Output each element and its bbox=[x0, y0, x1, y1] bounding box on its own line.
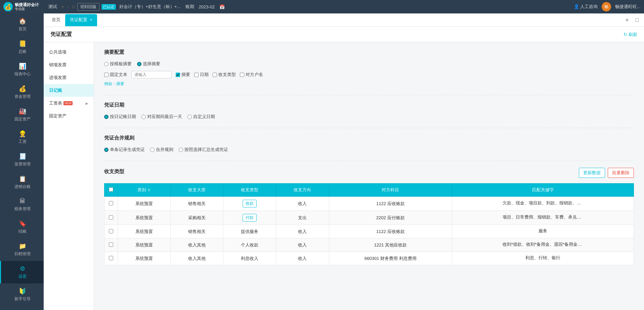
sidebar-item-2[interactable]: 📊报表中心 bbox=[0, 59, 44, 81]
divider-2 bbox=[104, 128, 634, 128]
row-big-class-4: 收入其他 bbox=[171, 252, 223, 265]
checkbox-fixed-text[interactable]: 固定文本 bbox=[104, 72, 127, 78]
sub-nav-item-public[interactable]: 公共选项 bbox=[44, 46, 94, 59]
checkbox-date[interactable]: 日期 bbox=[194, 72, 209, 78]
sidebar-item-12[interactable]: 🔰新手引导 bbox=[0, 283, 44, 306]
tab-voucher-config[interactable]: 凭证配置 × bbox=[65, 14, 97, 26]
radio-journal-date[interactable]: 按日记账日期 bbox=[104, 114, 136, 120]
select-all-checkbox[interactable] bbox=[109, 187, 113, 192]
batch-delete-btn[interactable]: 批量删除 bbox=[608, 168, 634, 178]
status-badge: 已认证 bbox=[101, 4, 116, 10]
version-btn[interactable]: 切到旧版 bbox=[77, 3, 99, 11]
sidebar-label-10: 归档管理 bbox=[14, 251, 31, 257]
checkbox-3[interactable] bbox=[109, 242, 113, 247]
update-data-btn[interactable]: 更新数据 bbox=[579, 168, 605, 178]
th-type: 收支类型 bbox=[223, 184, 276, 197]
row-category-3: 系统预置 bbox=[118, 238, 171, 252]
row-account-2: 1122 应收账款 bbox=[329, 225, 452, 238]
radio-period-last[interactable]: 对应期间最后一天 bbox=[141, 114, 182, 120]
sub-nav-item-purchase[interactable]: 进项发票 bbox=[44, 71, 94, 84]
radio-merge-rules[interactable]: 合并规则 bbox=[150, 147, 173, 153]
sidebar-item-9[interactable]: 🔖结账 bbox=[0, 216, 44, 238]
sidebar-icon-1: 📒 bbox=[19, 40, 26, 47]
sidebar-item-13[interactable]: 👤畅会员 bbox=[0, 306, 44, 310]
main-layout: 🏠首页📒总账📊报表中心💰资金管理🏭固定资产👷工资🧾发票管理📋进销台账🏛税务管理🔖… bbox=[0, 13, 644, 310]
maximize-btn[interactable]: □ bbox=[633, 16, 641, 24]
summary-checkbox-row: 固定文本 摘要 日期 收支类型 bbox=[104, 71, 634, 78]
example-text: 例如：摘要 bbox=[104, 81, 634, 87]
radio-select[interactable]: 选择摘要 bbox=[137, 61, 160, 67]
top-header: 💰 畅捷通好会计 专业版 测试 ▼ + ⚙ 首页 切到旧版 已认证 好会计（专）… bbox=[0, 0, 644, 13]
table-toolbar: 更新数据 批量删除 bbox=[579, 168, 634, 178]
sidebar-item-11[interactable]: ⚙设置 bbox=[0, 261, 44, 283]
type-tag-1[interactable]: 付款 bbox=[243, 214, 257, 222]
sidebar-label-11: 设置 bbox=[18, 274, 27, 279]
sub-nav-item-fixed-assets[interactable]: 固定资产 bbox=[44, 110, 94, 122]
sidebar-item-1[interactable]: 📒总账 bbox=[0, 36, 44, 59]
th-category: 类别 ∨ bbox=[118, 184, 171, 197]
minimize-btn[interactable]: × bbox=[624, 16, 631, 24]
tab-home[interactable]: 首页 bbox=[47, 14, 65, 26]
sidebar-item-10[interactable]: 📁归档管理 bbox=[0, 238, 44, 261]
checkbox-2[interactable] bbox=[109, 229, 113, 233]
company-selector[interactable]: 测试 bbox=[47, 4, 58, 10]
sub-nav-item-journal[interactable]: 日记账 bbox=[44, 84, 94, 97]
sidebar-icon-9: 🔖 bbox=[19, 220, 26, 227]
sidebar-item-5[interactable]: 👷工资 bbox=[0, 126, 44, 149]
radio-template[interactable]: 按模板摘要 bbox=[104, 61, 132, 67]
radio-custom-date[interactable]: 自定义日期 bbox=[187, 114, 215, 120]
consult-link[interactable]: 👤 人工咨询 bbox=[574, 4, 598, 10]
sidebar-item-7[interactable]: 📋进销台账 bbox=[0, 171, 44, 194]
row-big-class-2: 销售相关 bbox=[171, 225, 223, 238]
row-category-4: 系统预置 bbox=[118, 252, 171, 265]
sidebar-icon-7: 📋 bbox=[19, 175, 26, 183]
radio-single[interactable]: 单条记录生成凭证 bbox=[104, 147, 145, 153]
merge-section-title: 凭证合并规则 bbox=[104, 135, 634, 141]
sidebar-icon-3: 💰 bbox=[19, 85, 26, 92]
sidebar-icon-4: 🏭 bbox=[19, 108, 26, 115]
sidebar-label-5: 工资 bbox=[18, 139, 27, 145]
row-account-4: 660301 财务费用 利息费用 bbox=[329, 252, 452, 265]
sidebar-item-6[interactable]: 🧾发票管理 bbox=[0, 149, 44, 171]
sidebar-item-8[interactable]: 🏛税务管理 bbox=[0, 194, 44, 216]
checkbox-counterparty[interactable]: 对方户名 bbox=[240, 72, 263, 78]
row-direction-3: 收入 bbox=[276, 238, 329, 252]
tab-close-btn[interactable]: × bbox=[90, 17, 92, 22]
sidebar-icon-12: 🔰 bbox=[19, 287, 26, 295]
row-checkbox-0[interactable] bbox=[104, 197, 118, 211]
fixed-text-input[interactable] bbox=[131, 71, 172, 78]
row-direction-4: 收入 bbox=[276, 252, 329, 265]
th-checkbox bbox=[104, 184, 118, 197]
row-account-0: 1122 应收账款 bbox=[329, 197, 452, 211]
period-value[interactable]: 2023-02 bbox=[198, 4, 216, 9]
row-checkbox-2[interactable] bbox=[104, 225, 118, 238]
date-section-title: 凭证日期 bbox=[104, 102, 634, 108]
calendar-icon[interactable]: 📅 bbox=[218, 4, 226, 9]
type-tag-0[interactable]: 收款 bbox=[243, 200, 257, 207]
radio-summary-gen[interactable]: 按照选择汇总生成凭证 bbox=[179, 147, 228, 153]
row-direction-1: 支出 bbox=[276, 211, 329, 225]
row-account-3: 1221 其他应收款 bbox=[329, 238, 452, 252]
row-checkbox-4[interactable] bbox=[104, 252, 118, 265]
checkbox-0[interactable] bbox=[109, 201, 113, 205]
merge-radio-group: 单条记录生成凭证 合并规则 按照选择汇总生成凭证 bbox=[104, 147, 634, 153]
checkbox-summary[interactable]: 摘要 bbox=[176, 72, 190, 78]
sidebar: 🏠首页📒总账📊报表中心💰资金管理🏭固定资产👷工资🧾发票管理📋进销台账🏛税务管理🔖… bbox=[0, 13, 44, 310]
sidebar-icon-6: 🧾 bbox=[19, 153, 26, 160]
row-checkbox-1[interactable] bbox=[104, 211, 118, 225]
checkbox-4[interactable] bbox=[109, 256, 113, 260]
date-section: 凭证日期 按日记账日期 对应期间最后一天 自定义日期 bbox=[104, 102, 634, 120]
sidebar-item-0[interactable]: 🏠首页 bbox=[0, 13, 44, 36]
th-direction: 收支方向 bbox=[276, 184, 329, 197]
sub-nav-item-sales[interactable]: 销项发票 bbox=[44, 59, 94, 71]
sidebar-label-6: 发票管理 bbox=[14, 161, 31, 167]
refresh-btn[interactable]: ↻ 刷新 bbox=[624, 32, 637, 38]
checkbox-pay-type[interactable]: 收支类型 bbox=[213, 72, 236, 78]
row-checkbox-3[interactable] bbox=[104, 238, 118, 252]
sub-nav-item-payroll[interactable]: 工资表 NEW ▶ bbox=[44, 97, 94, 110]
checkbox-1[interactable] bbox=[109, 215, 113, 220]
income-expense-table: 类别 ∨ 收支大类 收支类型 收支方向 对方科目 匹配关键字 系统预置 bbox=[104, 183, 634, 265]
row-direction-2: 收入 bbox=[276, 225, 329, 238]
sidebar-item-3[interactable]: 💰资金管理 bbox=[0, 81, 44, 104]
sidebar-item-4[interactable]: 🏭固定资产 bbox=[0, 104, 44, 126]
